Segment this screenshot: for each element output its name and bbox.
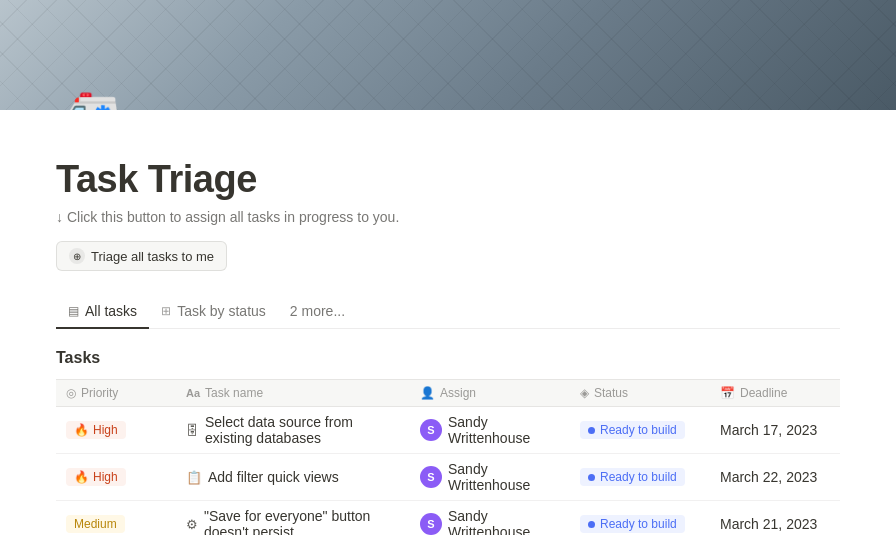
- col-deadline: 📅 Deadline: [710, 380, 840, 406]
- priority-badge: 🔥 High: [66, 421, 126, 439]
- avatar: S: [420, 513, 442, 535]
- status-badge: Ready to build: [580, 468, 685, 486]
- col-status: ◈ Status: [570, 380, 710, 406]
- task-name-text: "Save for everyone" button doesn't persi…: [204, 508, 400, 535]
- col-task-name: Aa Task name: [176, 380, 410, 406]
- assignee-cell: S Sandy Writtenhouse: [410, 454, 570, 500]
- deadline-cell: March 22, 2023: [710, 454, 840, 500]
- deadline-text: March 17, 2023: [720, 422, 817, 438]
- tab-more-label: 2 more...: [290, 303, 345, 319]
- deadline-col-icon: 📅: [720, 386, 735, 400]
- avatar: S: [420, 466, 442, 488]
- assignee-cell: S Sandy Writtenhouse: [410, 407, 570, 453]
- task-name-cell: 🗄 Select data source from existing datab…: [176, 407, 410, 453]
- tabs-row: ▤ All tasks ⊞ Task by status 2 more...: [56, 295, 840, 329]
- table-header: ◎ Priority Aa Task name 👤 Assign ◈ Statu…: [56, 379, 840, 407]
- tab-all-tasks-label: All tasks: [85, 303, 137, 319]
- assignee-name: Sandy Writtenhouse: [448, 414, 560, 446]
- task-name-cell: ⚙ "Save for everyone" button doesn't per…: [176, 501, 410, 535]
- task-type-icon: ⚙: [186, 517, 198, 532]
- table-row[interactable]: Medium ⚙ "Save for everyone" button does…: [56, 501, 840, 535]
- triage-all-button[interactable]: ⊕ Triage all tasks to me: [56, 241, 227, 271]
- priority-value: Medium: [74, 517, 117, 531]
- assign-col-label: Assign: [440, 386, 476, 400]
- status-col-icon: ◈: [580, 386, 589, 400]
- priority-cell: Medium: [56, 501, 176, 535]
- triage-button-icon: ⊕: [69, 248, 85, 264]
- task-name-text: Add filter quick views: [208, 469, 339, 485]
- tab-task-by-status[interactable]: ⊞ Task by status: [149, 295, 278, 329]
- task-name-text: Select data source from existing databas…: [205, 414, 400, 446]
- status-dot: [588, 427, 595, 434]
- task-type-icon: 🗄: [186, 423, 199, 438]
- priority-badge: Medium: [66, 515, 125, 533]
- status-badge: Ready to build: [580, 515, 685, 533]
- deadline-col-label: Deadline: [740, 386, 787, 400]
- tasks-table: ◎ Priority Aa Task name 👤 Assign ◈ Statu…: [56, 379, 840, 535]
- status-badge: Ready to build: [580, 421, 685, 439]
- assign-col-icon: 👤: [420, 386, 435, 400]
- tab-status-label: Task by status: [177, 303, 266, 319]
- description-text: Click this button to assign all tasks in…: [67, 209, 399, 225]
- status-cell: Ready to build: [570, 454, 710, 500]
- status-text: Ready to build: [600, 470, 677, 484]
- task-name-cell: 📋 Add filter quick views: [176, 454, 410, 500]
- priority-col-icon: ◎: [66, 386, 76, 400]
- hero-banner: 🚑: [0, 0, 896, 110]
- status-dot: [588, 474, 595, 481]
- page-title: Task Triage: [56, 158, 840, 201]
- page-description: ↓ Click this button to assign all tasks …: [56, 209, 840, 225]
- deadline-cell: March 21, 2023: [710, 501, 840, 535]
- table-row[interactable]: 🔥 High 🗄 Select data source from existin…: [56, 407, 840, 454]
- priority-value: High: [93, 423, 118, 437]
- assignee-name: Sandy Writtenhouse: [448, 508, 560, 535]
- status-text: Ready to build: [600, 423, 677, 437]
- status-cell: Ready to build: [570, 501, 710, 535]
- col-priority: ◎ Priority: [56, 380, 176, 406]
- tab-all-tasks[interactable]: ▤ All tasks: [56, 295, 149, 329]
- priority-badge: 🔥 High: [66, 468, 126, 486]
- table-row[interactable]: 🔥 High 📋 Add filter quick views S Sandy …: [56, 454, 840, 501]
- priority-value: High: [93, 470, 118, 484]
- page-icon: 🚑: [56, 88, 121, 110]
- deadline-cell: March 17, 2023: [710, 407, 840, 453]
- priority-cell: 🔥 High: [56, 454, 176, 500]
- task-type-icon: 📋: [186, 470, 202, 485]
- status-dot: [588, 521, 595, 528]
- tab-status-icon: ⊞: [161, 304, 171, 318]
- deadline-text: March 21, 2023: [720, 516, 817, 532]
- tab-all-tasks-icon: ▤: [68, 304, 79, 318]
- priority-cell: 🔥 High: [56, 407, 176, 453]
- description-icon: ↓: [56, 209, 63, 225]
- triage-button-label: Triage all tasks to me: [91, 249, 214, 264]
- col-assign: 👤 Assign: [410, 380, 570, 406]
- priority-col-label: Priority: [81, 386, 118, 400]
- tab-more[interactable]: 2 more...: [278, 295, 357, 329]
- assignee-name: Sandy Writtenhouse: [448, 461, 560, 493]
- table-section: Tasks ◎ Priority Aa Task name 👤 Assign ◈…: [0, 349, 896, 535]
- table-title: Tasks: [56, 349, 840, 367]
- assignee-cell: S Sandy Writtenhouse: [410, 501, 570, 535]
- page-content: Task Triage ↓ Click this button to assig…: [0, 110, 896, 329]
- status-text: Ready to build: [600, 517, 677, 531]
- status-cell: Ready to build: [570, 407, 710, 453]
- taskname-col-label: Task name: [205, 386, 263, 400]
- taskname-col-icon: Aa: [186, 387, 200, 399]
- status-col-label: Status: [594, 386, 628, 400]
- avatar: S: [420, 419, 442, 441]
- deadline-text: March 22, 2023: [720, 469, 817, 485]
